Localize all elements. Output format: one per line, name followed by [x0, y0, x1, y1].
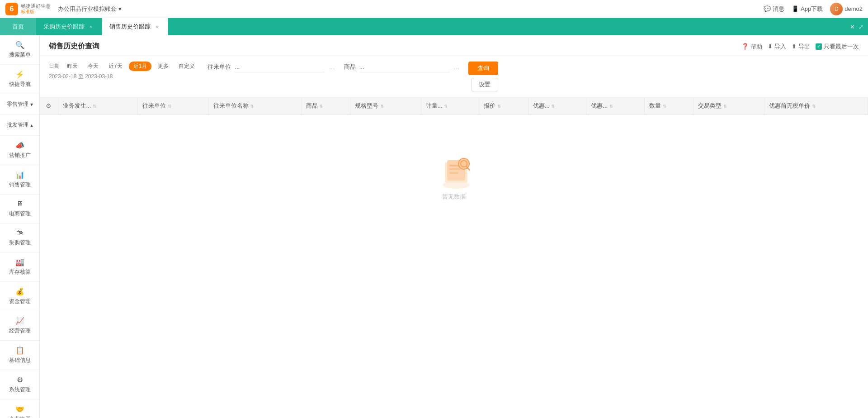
sort-icon-unit-code[interactable]: ⇅: [168, 104, 171, 109]
sidebar-item-ecommerce[interactable]: 🖥 电商管理: [0, 195, 39, 223]
ecommerce-icon: 🖥: [16, 200, 24, 208]
avatar: D: [830, 3, 843, 15]
col-biz-date: 业务发生... ⇅: [58, 97, 138, 115]
sort-icon-unit-name[interactable]: ⇅: [250, 104, 254, 109]
help-icon: ❓: [741, 43, 749, 50]
col-unit-code: 往来单位 ⇅: [138, 97, 209, 115]
sidebar-item-retail[interactable]: 零售管理 ▾: [0, 94, 39, 115]
col-price: 报价 ⇅: [479, 97, 528, 115]
help-action[interactable]: ❓ 帮助: [741, 43, 762, 51]
col-unit-name: 往来单位名称 ⇅: [208, 97, 301, 115]
sidebar-item-inventory[interactable]: 🏭 库存核算: [0, 252, 39, 282]
user-account[interactable]: D demo2: [830, 3, 863, 15]
date-btn-1month[interactable]: 近1月: [129, 62, 152, 71]
col-unit: 计量... ⇅: [421, 97, 479, 115]
sidebar: 🔍 搜索菜单 ⚡ 快捷导航 零售管理 ▾ 批发管理 ▴ 📣 营销推广 📊 销售管…: [0, 35, 40, 418]
chevron-down-icon-retail: ▾: [30, 101, 33, 108]
sidebar-item-marketing[interactable]: 📣 营销推广: [0, 136, 39, 165]
sort-icon-pre-tax-price[interactable]: ⇅: [812, 104, 816, 109]
empty-text: 暂无数据: [442, 193, 466, 201]
export-icon: ⬆: [792, 43, 797, 50]
col-pre-tax-price: 优惠前无税单价 ⇅: [764, 97, 868, 115]
sidebar-item-wholesale[interactable]: 批发管理 ▴: [0, 115, 39, 136]
product-input[interactable]: [359, 62, 450, 72]
sales-icon: 📊: [15, 171, 24, 179]
shortcuts-icon: ⚡: [15, 70, 24, 79]
col-qty: 数量 ⇅: [644, 97, 693, 115]
sort-icon-qty[interactable]: ⇅: [663, 104, 666, 109]
message-action[interactable]: 💬 消息: [764, 5, 784, 13]
product-dots: ...: [453, 63, 459, 71]
date-range-display: 2023-02-18 至 2023-03-18: [49, 73, 198, 81]
date-btn-yesterday[interactable]: 昨天: [63, 62, 81, 71]
sort-icon-discount2[interactable]: ⇅: [609, 104, 613, 109]
product-label: 商品: [344, 63, 356, 71]
tab-purchase[interactable]: 采购历史价跟踪 ×: [36, 18, 102, 35]
content-area: 销售历史价查询 ❓ 帮助 ⬇ 导入 ⬆ 导出 ✓ 只看最后一次: [40, 35, 868, 418]
tab-home[interactable]: 首页: [0, 18, 36, 35]
chevron-up-icon-wholesale: ▴: [30, 122, 33, 128]
collab-icon: 🤝: [15, 405, 24, 413]
filter-actions: 查询 设置: [468, 62, 498, 91]
tab-maximize-icon[interactable]: ⤢: [859, 24, 863, 30]
page-actions: ❓ 帮助 ⬇ 导入 ⬆ 导出 ✓ 只看最后一次: [741, 43, 859, 51]
col-trade-type: 交易类型 ⇅: [693, 97, 764, 115]
import-icon: ⬇: [768, 43, 773, 50]
date-filter-label: 日期: [49, 62, 60, 70]
import-action[interactable]: ⬇ 导入: [768, 43, 786, 51]
sidebar-item-operations[interactable]: 📈 经营管理: [0, 311, 39, 341]
sidebar-item-collab[interactable]: 🤝 企业协同: [0, 399, 39, 418]
top-bar-right: 💬 消息 📱 App下载 D demo2: [764, 3, 863, 15]
svg-rect-4: [449, 168, 460, 170]
date-filter-group: 日期 昨天 今天 近7天 近1月 更多 自定义 2023-02-18 至 202…: [49, 62, 198, 81]
only-last-checkbox[interactable]: ✓: [816, 43, 822, 50]
empty-illustration: [436, 151, 472, 187]
message-icon: 💬: [764, 5, 771, 12]
sidebar-item-shortcuts[interactable]: ⚡ 快捷导航: [0, 65, 39, 94]
export-action[interactable]: ⬆ 导出: [792, 43, 810, 51]
table-container: ⚙ 业务发生... ⇅ 往来单位 ⇅ 往来单位名称 ⇅: [40, 97, 868, 418]
sidebar-item-purchase[interactable]: 🛍 采购管理: [0, 223, 39, 252]
counterparty-input[interactable]: [235, 62, 325, 72]
date-btn-custom[interactable]: 自定义: [175, 62, 198, 71]
finance-icon: 💰: [15, 287, 24, 296]
top-bar-left: 6 畅捷通好生意 标准版 办公用品行业模拟账套 ▾: [5, 3, 125, 15]
filter-bar: 日期 昨天 今天 近7天 近1月 更多 自定义 2023-02-18 至 202…: [40, 56, 868, 97]
column-settings-icon[interactable]: ⚙: [46, 102, 52, 109]
app-download-action[interactable]: 📱 App下载: [792, 5, 823, 13]
sort-icon-spec[interactable]: ⇅: [380, 104, 384, 109]
tab-close-purchase[interactable]: ×: [87, 23, 94, 30]
sidebar-item-system[interactable]: ⚙ 系统管理: [0, 370, 39, 399]
top-bar: 6 畅捷通好生意 标准版 办公用品行业模拟账套 ▾ 💬 消息 📱 App下载 D…: [0, 0, 868, 18]
sidebar-item-basic-info[interactable]: 📋 基础信息: [0, 341, 39, 370]
tab-close-all-icon[interactable]: ✕: [850, 24, 855, 30]
sort-icon-trade-type[interactable]: ⇅: [723, 104, 727, 109]
tab-close-sales[interactable]: ×: [153, 23, 160, 30]
logo-text: 畅捷通好生意 标准版: [21, 3, 51, 14]
sort-icon-price[interactable]: ⇅: [497, 104, 501, 109]
col-discount1: 优惠... ⇅: [528, 97, 586, 115]
counterparty-dots: ...: [329, 63, 335, 71]
sort-icon-product[interactable]: ⇅: [319, 104, 323, 109]
date-btn-today[interactable]: 今天: [84, 62, 102, 71]
only-last-checkbox-label[interactable]: ✓ 只看最后一次: [816, 43, 859, 51]
sidebar-item-sales[interactable]: 📊 销售管理: [0, 165, 39, 195]
tab-bar: 首页 采购历史价跟踪 × 销售历史价跟踪 × ✕ ⤢: [0, 18, 868, 35]
sort-icon-discount1[interactable]: ⇅: [551, 104, 555, 109]
table-settings-col: ⚙: [40, 97, 58, 115]
sort-icon-biz-date[interactable]: ⇅: [93, 104, 96, 109]
sidebar-item-search[interactable]: 🔍 搜索菜单: [0, 35, 39, 65]
date-btn-7days[interactable]: 近7天: [105, 62, 126, 71]
sidebar-item-finance[interactable]: 💰 资金管理: [0, 282, 39, 311]
col-spec: 规格型号 ⇅: [350, 97, 421, 115]
sort-icon-unit[interactable]: ⇅: [444, 104, 448, 109]
settings-button[interactable]: 设置: [471, 78, 498, 91]
tab-bar-actions: ✕ ⤢: [845, 18, 868, 35]
tab-sales[interactable]: 销售历史价跟踪 ×: [102, 18, 168, 35]
date-btn-more[interactable]: 更多: [154, 62, 172, 71]
query-button[interactable]: 查询: [468, 62, 498, 75]
date-buttons: 昨天 今天 近7天 近1月 更多 自定义: [63, 62, 198, 71]
app-icon: 📱: [792, 5, 799, 12]
account-selector[interactable]: 办公用品行业模拟账套 ▾: [54, 3, 125, 15]
basic-info-icon: 📋: [15, 346, 24, 355]
